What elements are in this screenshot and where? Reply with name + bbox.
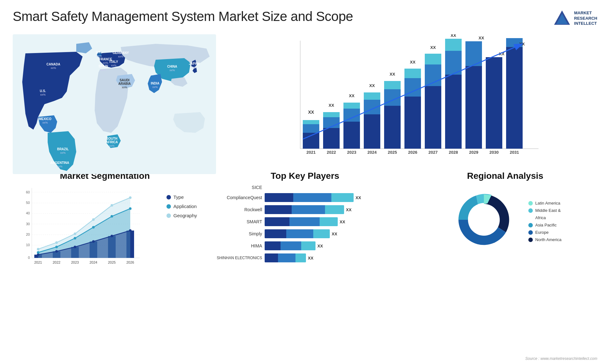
geo-dot	[166, 213, 171, 218]
svg-text:2030: 2030	[490, 150, 499, 155]
logo-text: MARKET RESEARCH INTELLECT	[574, 10, 597, 27]
svg-point-130	[111, 204, 113, 206]
seg-type-legend: Type	[166, 194, 197, 200]
player-smart-bar-inner	[265, 217, 338, 226]
svg-text:CANADA: CANADA	[46, 63, 60, 66]
svg-text:0: 0	[28, 256, 30, 260]
legend-eu: Europe	[528, 230, 561, 235]
svg-rect-63	[425, 54, 441, 64]
bar-2021-seg2	[303, 124, 319, 133]
svg-rect-53	[384, 81, 401, 89]
seg-app-legend: Application	[166, 204, 197, 209]
donut-legend: Latin America Middle East & Africa Asia …	[528, 201, 561, 242]
svg-text:ARABIA: ARABIA	[119, 82, 131, 85]
svg-text:2022: 2022	[327, 150, 336, 155]
svg-text:xx%: xx%	[57, 165, 62, 168]
key-players-title: Top Key Players	[207, 171, 403, 181]
key-players-section: Top Key Players SICE ComplianceQuest XX	[203, 171, 407, 272]
player-shinhan: SHINHAN ELECTRONICS XX	[207, 253, 403, 262]
svg-text:xx%: xx%	[152, 85, 158, 89]
svg-text:2025: 2025	[108, 260, 116, 264]
svg-point-116	[74, 246, 76, 248]
legend-mea2: Africa	[528, 215, 561, 220]
svg-rect-43	[343, 103, 360, 109]
svg-point-122	[74, 237, 76, 239]
svg-text:xx%: xx%	[103, 61, 108, 64]
svg-point-131	[129, 196, 132, 199]
donut-chart	[449, 185, 519, 255]
svg-rect-46	[364, 114, 380, 149]
svg-text:xx%: xx%	[60, 151, 65, 154]
svg-text:20: 20	[26, 233, 30, 236]
bar-2022-seg1	[323, 128, 340, 149]
svg-text:40: 40	[26, 211, 30, 215]
svg-text:SPAIN: SPAIN	[98, 64, 108, 68]
page-title: Smart Safety Management System Market Si…	[13, 9, 353, 24]
svg-text:60: 60	[26, 190, 30, 194]
segmentation-section: Market Segmentation 0 10 20 30	[13, 171, 197, 272]
world-map: CANADA xx% U.S. xx% MEXICO xx% BRAZIL xx…	[13, 34, 216, 155]
svg-text:XX: XX	[390, 72, 395, 77]
svg-text:GERMANY: GERMANY	[112, 51, 129, 55]
svg-text:2023: 2023	[347, 150, 356, 155]
svg-text:MEXICO: MEXICO	[39, 117, 51, 121]
svg-text:xx%: xx%	[122, 86, 127, 89]
svg-text:2029: 2029	[469, 150, 478, 155]
svg-rect-41	[343, 122, 360, 149]
svg-text:xx%: xx%	[111, 64, 116, 67]
player-simply-bar-inner	[265, 229, 330, 238]
player-rockwell-bar: XX	[265, 205, 403, 214]
svg-text:2026: 2026	[408, 150, 417, 155]
map-section: CANADA xx% U.S. xx% MEXICO xx% BRAZIL xx…	[10, 31, 219, 168]
player-simply-bar: XX	[265, 229, 403, 238]
player-simply-name: Simply	[207, 231, 262, 236]
svg-text:JAPAN: JAPAN	[189, 62, 199, 65]
svg-text:XX: XX	[329, 103, 334, 108]
type-dot	[166, 195, 171, 199]
player-simply: Simply XX	[207, 229, 403, 238]
svg-text:10: 10	[26, 243, 30, 247]
svg-text:XX: XX	[430, 45, 436, 50]
player-cq-bar-inner	[265, 193, 354, 202]
svg-text:2028: 2028	[449, 150, 458, 155]
svg-rect-51	[384, 106, 401, 149]
svg-text:CHINA: CHINA	[167, 65, 177, 68]
bar-chart-section: XX 2021 XX 2022 XX 2023 XX 2024 XX	[222, 31, 600, 168]
svg-text:xx%: xx%	[51, 66, 56, 70]
svg-point-123	[92, 226, 95, 228]
svg-rect-78	[506, 47, 523, 149]
player-smart-bar: XX	[265, 217, 403, 226]
svg-rect-58	[404, 69, 421, 78]
seg-geo-legend: Geography	[166, 213, 197, 218]
svg-rect-71	[465, 66, 482, 149]
bar-chart-svg: XX 2021 XX 2022 XX 2023 XX 2024 XX	[229, 34, 594, 165]
svg-text:2031: 2031	[510, 150, 519, 155]
svg-text:SAUDI: SAUDI	[119, 78, 129, 82]
na-dot	[528, 238, 533, 242]
svg-point-121	[55, 246, 58, 248]
mea-spacer	[528, 216, 533, 220]
player-cq-name: ComplianceQuest	[207, 195, 262, 200]
svg-text:50: 50	[26, 201, 30, 205]
svg-rect-75	[486, 57, 502, 149]
svg-rect-68	[445, 39, 462, 51]
world-map-svg: CANADA xx% U.S. xx% MEXICO xx% BRAZIL xx…	[13, 34, 216, 174]
player-hima-name: HIMA	[207, 243, 262, 248]
svg-text:XX: XX	[349, 93, 355, 98]
svg-text:U.S.: U.S.	[40, 89, 46, 93]
svg-text:2022: 2022	[53, 260, 60, 264]
svg-text:xx%: xx%	[100, 68, 106, 71]
player-shinhan-bar: XX	[265, 253, 403, 262]
svg-text:2027: 2027	[429, 150, 438, 155]
logo-area: MARKET RESEARCH INTELLECT	[552, 9, 597, 28]
regional-content: Latin America Middle East & Africa Asia …	[449, 185, 561, 255]
svg-text:XX: XX	[410, 60, 416, 64]
svg-text:XX: XX	[478, 36, 484, 40]
svg-text:xx%: xx%	[169, 69, 175, 72]
svg-text:SOUTH: SOUTH	[106, 137, 118, 140]
player-cq-bar: XX	[265, 193, 403, 202]
regional-section: Regional Analysis	[413, 171, 597, 272]
mea-dot	[528, 208, 533, 213]
svg-point-129	[92, 218, 95, 221]
svg-text:2025: 2025	[388, 150, 397, 155]
